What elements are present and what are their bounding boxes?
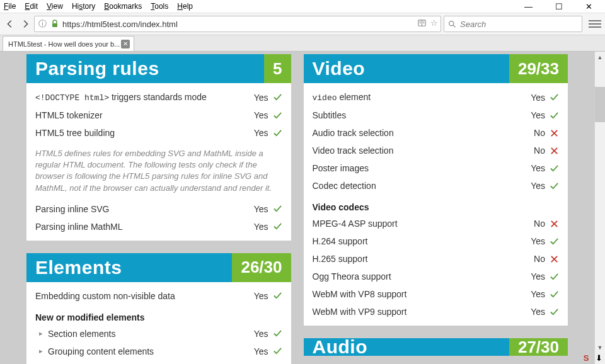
test-value: No bbox=[526, 254, 545, 264]
test-row[interactable]: Embedding custom non-visible dataYes bbox=[35, 287, 282, 305]
test-row[interactable]: <!DOCTYPE html> triggers standards modeY… bbox=[35, 88, 282, 106]
check-icon bbox=[268, 111, 282, 120]
check-icon bbox=[268, 128, 282, 138]
test-row[interactable]: Codec detectionYes bbox=[313, 177, 560, 195]
test-label: WebM with VP8 support bbox=[313, 289, 527, 299]
test-row[interactable]: HTML5 tokenizerYes bbox=[35, 106, 282, 124]
test-value: No bbox=[526, 219, 545, 229]
url-bar[interactable]: ⓘ ☆ bbox=[34, 16, 441, 32]
test-row[interactable]: HTML5 tree buildingYes bbox=[35, 124, 282, 142]
test-row[interactable]: MPEG-4 ASP supportNo bbox=[313, 215, 560, 232]
tab-active[interactable]: HTML5test - How well does your b... ✕ bbox=[3, 36, 134, 51]
test-value: Yes bbox=[526, 307, 545, 317]
check-icon bbox=[545, 164, 559, 173]
test-value: Yes bbox=[250, 128, 268, 138]
panel-video-header: Video 29/33 bbox=[304, 54, 568, 83]
test-row[interactable]: Video track selectionNo bbox=[313, 142, 560, 159]
test-label: H.264 support bbox=[313, 236, 527, 246]
test-row[interactable]: H.264 supportYes bbox=[313, 232, 560, 250]
window-maximize[interactable]: ☐ bbox=[555, 2, 563, 11]
cross-icon bbox=[545, 254, 559, 264]
svg-line-8 bbox=[453, 25, 455, 27]
menu-view[interactable]: View bbox=[47, 2, 63, 11]
test-label: Subtitles bbox=[313, 110, 527, 120]
test-row[interactable]: Parsing inline MathMLYes bbox=[35, 218, 282, 236]
panel-audio-score: 27/30 bbox=[509, 338, 568, 356]
test-row[interactable]: video elementYes bbox=[313, 88, 560, 106]
status-icon-s[interactable]: S bbox=[581, 353, 591, 363]
check-icon bbox=[268, 291, 282, 300]
cross-icon bbox=[545, 146, 559, 156]
menu-edit[interactable]: Edit bbox=[25, 2, 38, 11]
svg-point-7 bbox=[449, 21, 454, 25]
menu-button[interactable] bbox=[589, 18, 601, 30]
scroll-down-button[interactable]: ▼ bbox=[595, 342, 605, 353]
menu-help[interactable]: Help bbox=[177, 2, 193, 11]
page-content: Parsing rules 5 <!DOCTYPE html> triggers… bbox=[0, 52, 594, 364]
panel-audio-title: Audio bbox=[304, 338, 509, 356]
scrollbar-vertical[interactable]: ▲ ▼ bbox=[594, 52, 605, 364]
url-input[interactable] bbox=[62, 20, 415, 29]
scroll-thumb[interactable] bbox=[595, 87, 605, 122]
tab-strip: HTML5test - How well does your b... ✕ bbox=[0, 35, 605, 52]
panel-parsing-title: Parsing rules bbox=[26, 54, 264, 83]
test-row[interactable]: Poster imagesYes bbox=[313, 159, 560, 177]
panel-elements-score: 26/30 bbox=[232, 253, 291, 282]
test-row[interactable]: Audio track selectionNo bbox=[313, 124, 560, 142]
test-row[interactable]: SubtitlesYes bbox=[313, 106, 560, 124]
test-value: Yes bbox=[250, 93, 268, 103]
test-label: video element bbox=[313, 92, 527, 103]
test-row[interactable]: Ogg Theora supportYes bbox=[313, 268, 560, 285]
check-icon bbox=[545, 307, 559, 317]
tab-close-button[interactable]: ✕ bbox=[121, 40, 130, 48]
test-label: HTML5 tokenizer bbox=[35, 110, 250, 120]
panel-elements-title: Elements bbox=[26, 253, 232, 282]
check-icon bbox=[268, 346, 282, 356]
test-value: Yes bbox=[526, 93, 545, 103]
test-row[interactable]: WebM with VP9 supportYes bbox=[313, 303, 560, 321]
window-close[interactable]: ✕ bbox=[585, 2, 592, 11]
scroll-up-button[interactable]: ▲ bbox=[595, 52, 605, 62]
test-row[interactable]: Parsing inline SVGYes bbox=[35, 200, 282, 218]
elements-subheading: New or modified elements bbox=[35, 305, 282, 325]
status-icon-download[interactable]: ⬇ bbox=[594, 353, 604, 363]
test-label: HTML5 tree building bbox=[35, 128, 250, 138]
bookmark-star-icon[interactable]: ☆ bbox=[430, 18, 438, 30]
test-value: No bbox=[526, 145, 545, 156]
test-row[interactable]: Section elementsYes bbox=[35, 325, 282, 343]
panel-parsing-body: <!DOCTYPE html> triggers standards modeY… bbox=[26, 83, 291, 241]
test-value: Yes bbox=[526, 271, 545, 282]
test-label: MPEG-4 ASP support bbox=[313, 219, 527, 229]
test-label: Ogg Theora support bbox=[313, 271, 527, 282]
test-value: Yes bbox=[250, 346, 268, 356]
cross-icon bbox=[545, 219, 559, 229]
test-label: Parsing inline MathML bbox=[35, 222, 250, 232]
menu-tools[interactable]: Tools bbox=[151, 2, 168, 11]
test-value: Yes bbox=[526, 110, 545, 120]
back-button[interactable] bbox=[4, 18, 16, 30]
tab-title: HTML5test - How well does your b... bbox=[8, 40, 120, 48]
search-input[interactable] bbox=[460, 20, 578, 29]
menu-file[interactable]: File bbox=[4, 2, 16, 11]
search-bar[interactable] bbox=[444, 16, 582, 32]
reader-icon[interactable] bbox=[417, 18, 427, 30]
test-label: Parsing inline SVG bbox=[35, 204, 250, 214]
test-label: Video track selection bbox=[313, 145, 527, 156]
test-value: Yes bbox=[526, 181, 545, 191]
forward-button[interactable] bbox=[19, 18, 32, 30]
test-row[interactable]: H.265 supportNo bbox=[313, 250, 560, 268]
test-value: Yes bbox=[526, 289, 545, 299]
menu-bookmarks[interactable]: Bookmarks bbox=[104, 2, 142, 11]
check-icon bbox=[545, 111, 559, 120]
menu-history[interactable]: History bbox=[72, 2, 95, 11]
panel-video-score: 29/33 bbox=[509, 54, 568, 83]
test-row[interactable]: WebM with VP8 supportYes bbox=[313, 285, 560, 303]
info-icon[interactable]: ⓘ bbox=[37, 19, 47, 29]
test-value: Yes bbox=[526, 236, 545, 246]
check-icon bbox=[545, 290, 559, 299]
panel-audio-header: Audio 27/30 bbox=[304, 338, 568, 356]
check-icon bbox=[268, 204, 282, 213]
test-row[interactable]: Grouping content elementsYes bbox=[35, 343, 282, 360]
window-minimize[interactable]: — bbox=[524, 2, 533, 11]
video-codecs-subheading: Video codecs bbox=[313, 195, 560, 215]
